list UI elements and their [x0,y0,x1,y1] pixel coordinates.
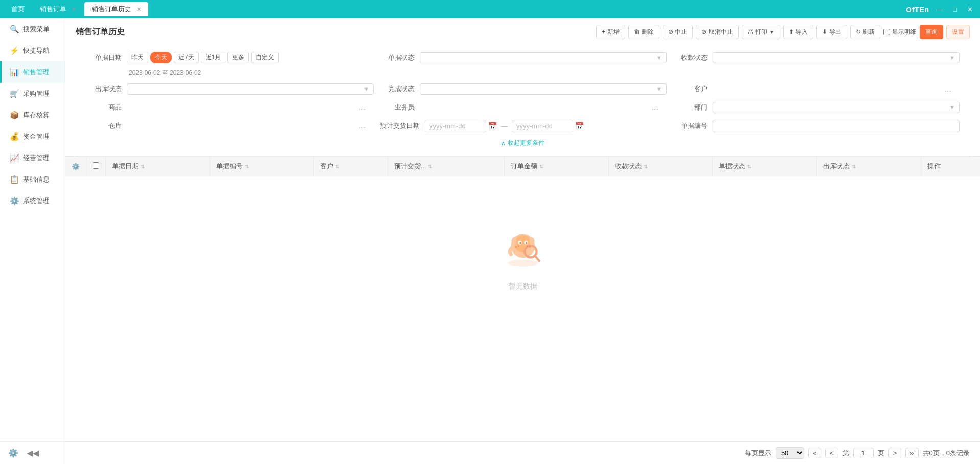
date-7days-btn[interactable]: 近7天 [174,52,199,63]
collapse-row[interactable]: ∧ 收起更多条件 [86,137,960,149]
cancel-stop-button-label: ⊘ 取消中止 [701,28,733,36]
table-col-pay-status[interactable]: 收款状态 ⇅ [608,157,713,176]
print-button[interactable]: 🖨 打印 ▼ [742,25,780,39]
pay-status-select[interactable]: ▼ [713,52,960,63]
sidebar-item-search-menu[interactable]: 🔍 搜索菜单 [0,18,65,40]
doc-no-sort[interactable]: 单据编号 ⇅ [216,162,308,171]
customer-sort-icon: ⇅ [335,164,339,169]
table-select-all-checkbox[interactable] [93,162,99,169]
filter-dept-group: 部门 ▼ [672,101,960,114]
sidebar-item-quick-nav-label: 快捷导航 [23,46,50,55]
pay-status-sort[interactable]: 收款状态 ⇅ [615,162,706,171]
sales-mgmt-icon: 📊 [10,68,19,77]
out-status-select[interactable]: ▼ [127,83,374,95]
search-menu-icon: 🔍 [10,25,19,34]
out-status-field[interactable]: ▼ [127,83,374,95]
date-yesterday-btn[interactable]: 昨天 [127,52,148,63]
tab-sales-order[interactable]: 销售订单 ✕ [33,2,83,16]
order-amount-sort[interactable]: 订单金额 ⇅ [511,162,602,171]
pay-status-field[interactable]: ▼ [713,52,960,63]
last-page-btn[interactable]: » [905,448,918,458]
cancel-stop-button[interactable]: ⊘ 取消中止 [696,25,738,39]
delivery-date-start-calendar-icon[interactable]: 📅 [488,122,497,130]
close-btn[interactable]: ✕ [964,6,976,13]
goods-dots[interactable]: ... [355,103,370,112]
delivery-date-end-calendar-icon[interactable]: 📅 [575,122,584,130]
maximize-btn[interactable]: □ [950,6,960,13]
table-col-out-status[interactable]: 出库状态 ⇅ [817,157,921,176]
out-status-sort[interactable]: 出库状态 ⇅ [823,162,915,171]
display-toggle-checkbox[interactable] [883,29,890,35]
delivery-date-sort-icon: ⇅ [428,164,432,169]
table-checkbox-col[interactable] [86,157,106,176]
table-col-customer[interactable]: 客户 ⇅ [314,157,388,176]
stop-button[interactable]: ⊘ 中止 [663,25,693,39]
pagination-bar: 每页显示 20 50 100 « < 第 页 > » 共0页，0条记录 [65,441,980,464]
table-settings-icon[interactable]: ⚙️ [72,163,80,170]
quick-nav-icon: ⚡ [10,46,19,55]
first-page-btn[interactable]: « [808,448,821,458]
brand-label: OfTEn [906,5,929,14]
table-settings-col[interactable]: ⚙️ [65,157,86,176]
delivery-date-start-input[interactable] [425,120,486,132]
doc-no-label: 单据编号 [672,121,713,130]
doc-date-sort-icon: ⇅ [141,164,145,169]
warehouse-dots[interactable]: ... [355,121,370,130]
customer-sort[interactable]: 客户 ⇅ [320,162,381,171]
customer-dots[interactable]: ... [941,84,955,94]
date-today-btn[interactable]: 今天 [150,52,172,63]
table-col-order-amount[interactable]: 订单金额 ⇅ [505,157,609,176]
display-toggle-label: 显示明细 [892,28,917,36]
display-toggle[interactable]: 显示明细 [883,28,917,36]
settings-button[interactable]: 设置 [946,25,970,39]
tab-sales-order-history[interactable]: 销售订单历史 ✕ [84,2,148,16]
sidebar-item-finance[interactable]: 💰 资金管理 [0,126,65,147]
table-col-doc-status[interactable]: 单据状态 ⇅ [713,157,817,176]
refresh-button[interactable]: ↻ 刷新 [850,25,880,39]
pay-status-label: 收款状态 [672,53,713,62]
doc-no-field[interactable] [713,120,960,132]
doc-status-select[interactable]: ▼ [420,52,667,63]
dept-select[interactable]: ▼ [713,102,960,113]
salesman-dots[interactable]: ... [648,103,663,112]
date-custom-btn[interactable]: 自定义 [251,52,279,63]
sidebar-expand-icon[interactable]: ◀◀ [27,448,39,458]
doc-status-field[interactable]: ▼ [420,52,667,63]
sidebar-item-system[interactable]: ⚙️ 系统管理 [0,190,65,212]
date-more-btn[interactable]: 更多 [227,52,249,63]
add-button[interactable]: + 新增 [596,25,625,39]
sidebar-item-sales-mgmt[interactable]: 📊 销售管理 [0,61,65,83]
table-col-doc-date[interactable]: 单据日期 ⇅ [106,157,210,176]
pay-status-sort-icon: ⇅ [644,164,648,169]
next-page-btn[interactable]: > [888,448,902,458]
filter-doc-status-group: 单据状态 ▼ [379,52,667,63]
doc-date-sort[interactable]: 单据日期 ⇅ [112,162,203,171]
sidebar-item-purchase-mgmt[interactable]: 🛒 采购管理 [0,83,65,104]
delete-button[interactable]: 🗑 删除 [628,25,659,39]
tab-sales-order-history-close[interactable]: ✕ [136,6,141,13]
table-col-doc-no[interactable]: 单据编号 ⇅ [210,157,314,176]
import-button[interactable]: ⬆ 导入 [783,25,813,39]
complete-status-select[interactable]: ▼ [420,83,667,95]
doc-status-sort[interactable]: 单据状态 ⇅ [719,162,810,171]
export-button[interactable]: ⬇ 导出 [816,25,847,39]
settings-bottom-icon[interactable]: ⚙️ [8,448,18,458]
page-input[interactable] [853,448,874,458]
sidebar-item-operations[interactable]: 📈 经营管理 [0,147,65,169]
table-col-delivery-date[interactable]: 预计交货... ⇅ [388,157,505,176]
complete-status-field[interactable]: ▼ [420,83,667,95]
minimize-btn[interactable]: — [933,6,946,13]
delivery-date-end-input[interactable] [512,120,573,132]
sidebar-item-inventory[interactable]: 📦 库存核算 [0,104,65,126]
doc-no-input[interactable] [713,120,960,132]
tab-sales-order-close[interactable]: ✕ [72,6,76,13]
page-size-select[interactable]: 20 50 100 [776,447,804,459]
date-1month-btn[interactable]: 近1月 [201,52,226,63]
sidebar-item-quick-nav[interactable]: ⚡ 快捷导航 [0,40,65,61]
query-button[interactable]: 查询 [920,25,943,39]
prev-page-btn[interactable]: < [825,448,838,458]
delivery-date-sort[interactable]: 预计交货... ⇅ [394,162,498,171]
sidebar-item-info[interactable]: 📋 基础信息 [0,169,65,190]
dept-field[interactable]: ▼ [713,102,960,113]
tab-home[interactable]: 首页 [4,2,32,16]
